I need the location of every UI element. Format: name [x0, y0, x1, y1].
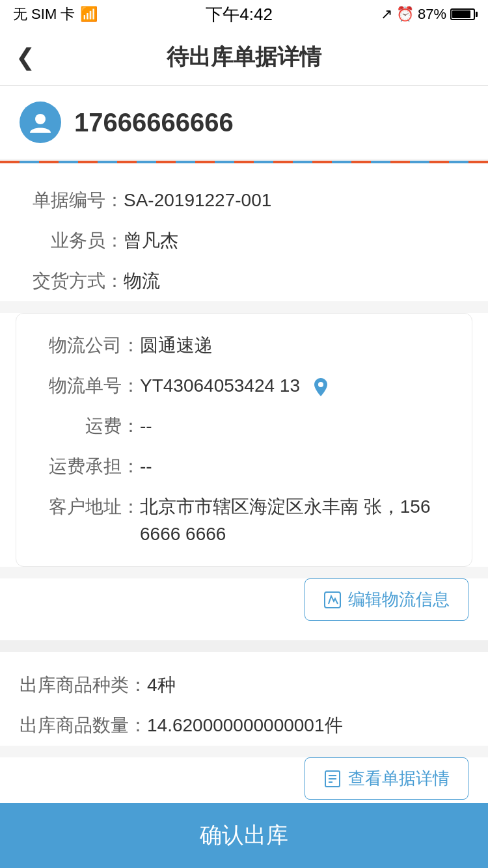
address-row: 客户地址： 北京市市辖区海淀区永丰南 张，156 6666 6666	[36, 493, 452, 548]
freight-row: 运费： --	[36, 413, 452, 440]
tracking-no-value: YT43064053424 13	[140, 372, 452, 400]
alarm-icon: ⏰	[396, 6, 414, 23]
tracking-no-row: 物流单号： YT43064053424 13	[36, 372, 452, 400]
svg-point-0	[35, 114, 46, 124]
document-icon	[323, 770, 342, 788]
goods-quantity-label: 出库商品数量：	[20, 712, 147, 739]
view-details-button[interactable]: 查看单据详情	[305, 757, 468, 800]
freight-bearer-value: --	[140, 453, 452, 480]
customer-phone: 17666666666	[74, 108, 234, 137]
address-label: 客户地址：	[36, 493, 140, 521]
goods-types-label: 出库商品种类：	[20, 671, 147, 699]
status-left: 无 SIM 卡 📶	[13, 5, 98, 24]
freight-bearer-label: 运费承担：	[36, 453, 140, 480]
salesman-label: 业务员：	[20, 227, 124, 254]
edit-icon	[323, 591, 342, 609]
status-right: ↗ ⏰ 87%	[381, 6, 475, 23]
avatar-icon	[27, 109, 53, 135]
status-time: 下午4:42	[206, 3, 273, 26]
address-value: 北京市市辖区海淀区永丰南 张，156 6666 6666	[140, 493, 452, 548]
section-divider-1	[0, 640, 488, 652]
order-no-value: SA-20191227-001	[124, 187, 468, 214]
edit-logistics-btn-row: 编辑物流信息	[0, 578, 488, 640]
basic-info-section: 单据编号： SA-20191227-001 业务员： 曾凡杰 交货方式： 物流	[0, 167, 488, 301]
freight-bearer-row: 运费承担： --	[36, 453, 452, 480]
logistics-company-value: 圆通速递	[140, 332, 452, 359]
stripe-divider	[0, 161, 488, 167]
goods-quantity-value: 14.620000000000001件	[147, 712, 468, 739]
nav-bar: ❮ 待出库单据详情	[0, 29, 488, 86]
goods-section: 出库商品种类： 4种 出库商品数量： 14.620000000000001件	[0, 652, 488, 746]
status-bar: 无 SIM 卡 📶 下午4:42 ↗ ⏰ 87%	[0, 0, 488, 29]
delivery-row: 交货方式： 物流	[20, 267, 468, 295]
confirm-button[interactable]: 确认出库	[0, 803, 488, 868]
order-no-row: 单据编号： SA-20191227-001	[20, 187, 468, 214]
goods-types-value: 4种	[147, 671, 468, 699]
back-button[interactable]: ❮	[16, 44, 35, 71]
logistics-company-label: 物流公司：	[36, 332, 140, 359]
page-title: 待出库单据详情	[167, 42, 321, 72]
logistics-company-row: 物流公司： 圆通速递	[36, 332, 452, 359]
delivery-label: 交货方式：	[20, 267, 124, 295]
delivery-value: 物流	[124, 267, 468, 295]
carrier-label: 无 SIM 卡	[13, 5, 75, 24]
salesman-row: 业务员： 曾凡杰	[20, 227, 468, 254]
goods-quantity-row: 出库商品数量： 14.620000000000001件	[20, 712, 468, 739]
freight-label: 运费：	[36, 413, 140, 440]
edit-logistics-button[interactable]: 编辑物流信息	[305, 578, 468, 621]
freight-value: --	[140, 413, 452, 440]
battery-percent: 87%	[418, 6, 446, 23]
tracking-no-label: 物流单号：	[36, 372, 140, 400]
goods-types-row: 出库商品种类： 4种	[20, 671, 468, 699]
logistics-card: 物流公司： 圆通速递 物流单号： YT43064053424 13 运费： --…	[16, 313, 472, 567]
svg-point-1	[318, 382, 323, 387]
customer-header: 17666666666	[0, 86, 488, 159]
order-no-label: 单据编号：	[20, 187, 124, 214]
wifi-icon: 📶	[80, 6, 98, 23]
avatar	[20, 102, 61, 143]
location-icon: ↗	[381, 6, 392, 23]
salesman-value: 曾凡杰	[124, 227, 468, 254]
battery-icon	[450, 8, 475, 20]
map-pin-icon[interactable]	[310, 377, 331, 398]
